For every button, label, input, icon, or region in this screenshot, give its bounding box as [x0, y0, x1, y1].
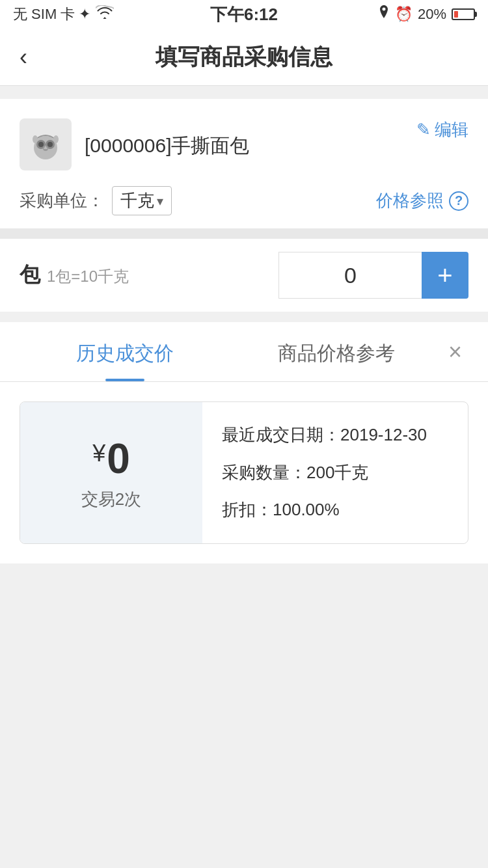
price-qty-row: 采购数量：200千克: [222, 459, 448, 487]
nav-bar: ‹ 填写商品采购信息: [0, 29, 488, 86]
page-title: 填写商品采购信息: [156, 42, 332, 72]
tab-header: 历史成交价 商品价格参考 ×: [0, 322, 488, 382]
svg-point-3: [38, 142, 44, 147]
discount-label: 折扣：: [222, 500, 273, 519]
quantity-section: 包 1包=10千克 +: [0, 239, 488, 312]
price-discount-row: 折扣：100.00%: [222, 496, 448, 524]
product-thumbnail: [20, 118, 72, 170]
product-section: [0000006]手撕面包 ✎ 编辑 采购单位： 千克 ▾ 价格参照 ?: [0, 99, 488, 228]
status-bar: 无 SIM 卡 ✦ 下午6:12 ⏰ 20%: [0, 0, 488, 29]
edit-button[interactable]: ✎ 编辑: [416, 118, 468, 141]
price-ref-button[interactable]: 价格参照 ?: [376, 189, 468, 212]
location-icon: [378, 5, 390, 23]
wifi-icon: [96, 5, 114, 23]
quantity-unit: 包: [20, 261, 40, 290]
sim-text: 无 SIM 卡 ✦: [13, 5, 90, 24]
price-value: 0: [107, 435, 130, 483]
battery-percent: 20%: [418, 6, 446, 23]
product-image: [26, 125, 65, 164]
svg-point-8: [53, 135, 59, 143]
price-content: ¥ 0 交易2次 最近成交日期：2019-12-30 采购数量：200千克 折扣…: [0, 382, 488, 563]
price-date-row: 最近成交日期：2019-12-30: [222, 422, 448, 449]
price-transactions: 交易2次: [81, 488, 141, 511]
svg-point-7: [33, 135, 38, 143]
svg-point-4: [47, 142, 53, 147]
price-card: ¥ 0 交易2次 最近成交日期：2019-12-30 采购数量：200千克 折扣…: [20, 401, 468, 544]
tab-section: 历史成交价 商品价格参考 × ¥ 0 交易2次 最近成交日期：2019-12-3…: [0, 322, 488, 563]
unit-row: 采购单位： 千克 ▾: [20, 186, 172, 215]
edit-icon: ✎: [416, 120, 431, 140]
discount-value: 100.00%: [273, 500, 340, 519]
qty-detail-value: 200千克: [306, 463, 368, 482]
unit-label: 采购单位：: [20, 189, 104, 212]
price-amount: ¥ 0: [92, 435, 130, 483]
date-label: 最近成交日期：: [222, 425, 340, 444]
unit-select[interactable]: 千克 ▾: [112, 186, 172, 215]
alarm-icon: ⏰: [395, 6, 413, 23]
price-right-panel: 最近成交日期：2019-12-30 采购数量：200千克 折扣：100.00%: [202, 402, 468, 543]
section-divider: [0, 228, 488, 239]
status-time: 下午6:12: [210, 3, 278, 26]
product-name: [0000006]手撕面包: [85, 132, 249, 159]
tab-close-button[interactable]: ×: [442, 334, 468, 370]
product-header: [0000006]手撕面包 ✎ 编辑: [20, 118, 468, 170]
unit-value: 千克: [120, 189, 154, 212]
price-left-panel: ¥ 0 交易2次: [20, 402, 202, 543]
status-right: ⏰ 20%: [378, 5, 475, 23]
quantity-input-group: +: [278, 252, 468, 299]
quantity-input[interactable]: [278, 252, 422, 299]
price-ref-label: 价格参照: [376, 189, 444, 212]
unit-dropdown-arrow: ▾: [157, 193, 163, 209]
status-left: 无 SIM 卡 ✦: [13, 5, 114, 24]
tab-product-price[interactable]: 商品价格参考: [230, 322, 441, 381]
battery-icon: [452, 8, 475, 20]
qty-detail-label: 采购数量：: [222, 463, 306, 482]
quantity-plus-button[interactable]: +: [422, 252, 468, 299]
date-value: 2019-12-30: [340, 425, 427, 444]
price-currency: ¥: [92, 440, 105, 467]
product-left: [0000006]手撕面包: [20, 118, 249, 170]
back-button[interactable]: ‹: [13, 37, 34, 77]
product-meta: 采购单位： 千克 ▾ 价格参照 ?: [20, 186, 468, 215]
tab-history-price[interactable]: 历史成交价: [20, 322, 230, 381]
quantity-label: 包 1包=10千克: [20, 261, 129, 290]
quantity-conversion: 1包=10千克: [47, 266, 129, 287]
info-icon: ?: [449, 191, 468, 211]
